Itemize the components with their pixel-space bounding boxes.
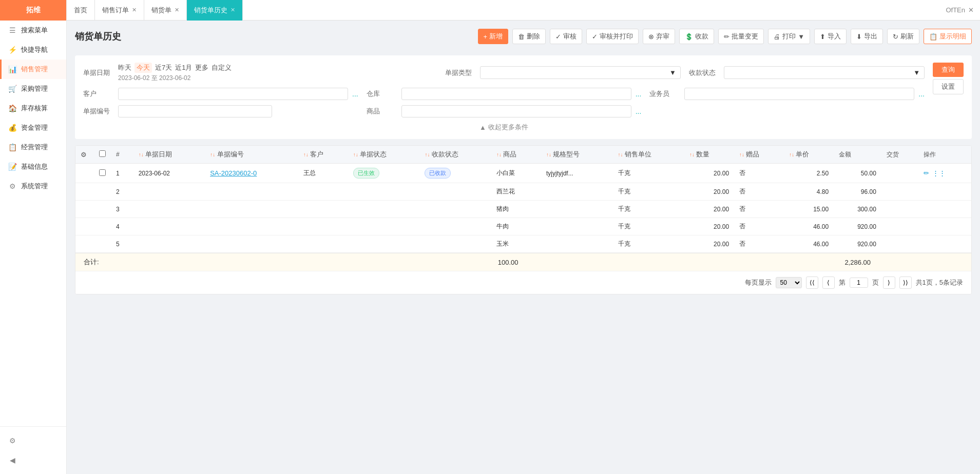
sidebar-item-basic-info[interactable]: 📝 基础信息 (0, 157, 66, 176)
sidebar-item-purchase-mgmt[interactable]: 🛒 采购管理 (0, 79, 66, 98)
collect-button[interactable]: 💲 收款 (679, 29, 714, 44)
row-transaction (881, 183, 918, 201)
edit-icon[interactable]: ✏ (924, 169, 929, 177)
col-goods[interactable]: ↑↓ 商品 (491, 146, 541, 164)
sidebar-item-collapse[interactable]: ◀ (0, 450, 66, 470)
goods-select-icon[interactable]: ... (636, 107, 642, 115)
tab-sales-order-close[interactable]: ✕ (132, 7, 137, 13)
topbar-close-icon[interactable]: ✕ (968, 6, 974, 14)
audit-button[interactable]: ✓ 审核 (550, 29, 582, 44)
col-spec[interactable]: ↑↓ 规格型号 (541, 146, 613, 164)
refresh-button[interactable]: ↻ 刷新 (887, 29, 919, 44)
action-icons: ✏ ⋮⋮ (924, 169, 966, 177)
page-input[interactable] (850, 278, 868, 288)
col-unit[interactable]: ↑↓ 销售单位 (613, 146, 685, 164)
customer-select-icon[interactable]: ... (352, 90, 358, 98)
row-doc-no (205, 218, 298, 235)
query-set-buttons: 查询 设置 (933, 63, 964, 132)
doc-type-select[interactable]: ▼ (480, 66, 681, 79)
print-button[interactable]: 🖨 打印 ▼ (768, 29, 810, 44)
select-all-checkbox[interactable] (99, 150, 106, 157)
customer-input[interactable] (118, 88, 348, 100)
tab-home[interactable]: 首页 (67, 0, 95, 21)
row-transaction (881, 201, 918, 218)
row-doc-status (348, 201, 420, 218)
date-shortcut-7days[interactable]: 近7天 (155, 63, 172, 72)
col-doc-no-label: 单据编号 (217, 150, 244, 158)
import-label: 导入 (828, 32, 841, 41)
query-button[interactable]: 查询 (933, 63, 964, 77)
doc-no-input[interactable] (118, 105, 272, 117)
tab-sales-goods[interactable]: 销货单 ✕ (144, 0, 187, 21)
table-header: ⚙ # ↑↓ 单据日期 ↑↓ 单据编号 (75, 146, 971, 164)
last-page-button[interactable]: ⟩⟩ (899, 276, 912, 289)
col-qty[interactable]: ↑↓ 数量 (684, 146, 734, 164)
pay-status-select[interactable]: ▼ (724, 66, 925, 79)
sidebar-item-settings[interactable]: ⚙ (0, 431, 66, 450)
collapse-button[interactable]: ▲ 收起更多条件 (83, 123, 925, 132)
delete-button[interactable]: 🗑 删除 (512, 29, 546, 44)
sidebar-item-inventory[interactable]: 🏠 库存核算 (0, 98, 66, 118)
delete-icon: 🗑 (518, 33, 525, 41)
more-icon[interactable]: ⋮⋮ (932, 169, 946, 177)
first-page-button[interactable]: ⟨⟨ (806, 276, 818, 289)
col-doc-no[interactable]: ↑↓ 单据编号 (205, 146, 298, 164)
row-gift: 否 (734, 201, 784, 218)
row-date (133, 183, 205, 201)
tab-sales-goods-close[interactable]: ✕ (175, 7, 179, 13)
sidebar-item-sys-mgmt[interactable]: ⚙ 系统管理 (0, 176, 66, 196)
warehouse-select-icon[interactable]: ... (636, 90, 642, 98)
row-spec: tyjyjtyjdf... (541, 164, 613, 183)
data-table: ⚙ # ↑↓ 单据日期 ↑↓ 单据编号 (75, 146, 971, 253)
col-price[interactable]: ↑↓ 单价 (784, 146, 834, 164)
sidebar-item-quick-nav[interactable]: ⚡ 快捷导航 (0, 40, 66, 60)
sales-mgmt-icon: 📊 (8, 65, 17, 74)
row-gift: 否 (734, 235, 784, 253)
sidebar-item-funds-mgmt[interactable]: 💰 资金管理 (0, 118, 66, 137)
date-shortcut-1month[interactable]: 近1月 (175, 63, 192, 72)
col-date[interactable]: ↑↓ 单据日期 (133, 146, 205, 164)
batch-change-button[interactable]: ✏ 批量变更 (718, 29, 764, 44)
abandon-button[interactable]: ⊗ 弃审 (643, 29, 675, 44)
col-gift[interactable]: ↑↓ 赠品 (734, 146, 784, 164)
salesperson-select-icon[interactable]: ... (918, 90, 925, 98)
doc-no-link[interactable]: SA-20230602-0 (210, 169, 257, 177)
filter-wrapper: 单据日期 昨天 今天 近7天 近1月 更多 自定义 2 (83, 63, 964, 132)
show-detail-button[interactable]: 📋 显示明细 (924, 29, 972, 44)
col-qty-label: 数量 (696, 150, 709, 158)
row-pay-status (419, 235, 491, 253)
date-shortcut-yesterday[interactable]: 昨天 (118, 63, 131, 72)
date-shortcut-custom[interactable]: 自定义 (212, 63, 232, 72)
row-select-checkbox[interactable] (99, 169, 106, 176)
col-pay-status[interactable]: ↑↓ 收款状态 (419, 146, 491, 164)
goods-input[interactable] (401, 105, 631, 117)
export-button[interactable]: ⬇ 导出 (851, 29, 883, 44)
set-button[interactable]: 设置 (933, 79, 964, 94)
sidebar-item-sales-mgmt[interactable]: 📊 销售管理 (0, 60, 66, 79)
next-page-button[interactable]: ⟩ (883, 276, 895, 289)
col-customer[interactable]: ↑↓ 客户 (298, 146, 348, 164)
tab-sales-history-close[interactable]: ✕ (230, 7, 235, 13)
col-doc-status[interactable]: ↑↓ 单据状态 (348, 146, 420, 164)
date-shortcut-more[interactable]: 更多 (195, 63, 208, 72)
table-body: 1 2023-06-02 SA-20230602-0 王总 已生效 已收款 小白… (75, 164, 971, 253)
sidebar-item-search-menu[interactable]: ☰ 搜索菜单 (0, 21, 66, 40)
col-price-label: 单价 (796, 150, 809, 158)
page-size-select[interactable]: 50 20 100 (776, 277, 802, 288)
tab-sales-order[interactable]: 销售订单 ✕ (95, 0, 144, 21)
tab-sales-history[interactable]: 销货单历史 ✕ (187, 0, 243, 21)
col-gift-label: 赠品 (746, 150, 759, 158)
date-shortcut-today[interactable]: 今天 (134, 63, 152, 73)
import-button[interactable]: ⬆ 导入 (814, 29, 847, 44)
audit-print-button[interactable]: ✓ 审核并打印 (586, 29, 639, 44)
sort-icon: ↑↓ (789, 152, 794, 157)
print-icon: 🖨 (774, 33, 780, 41)
salesperson-input[interactable] (684, 88, 914, 100)
sidebar-item-ops-mgmt[interactable]: 📋 经营管理 (0, 137, 66, 157)
prev-page-button[interactable]: ⟨ (822, 276, 835, 289)
row-gift: 否 (734, 183, 784, 201)
warehouse-input[interactable] (401, 88, 631, 100)
col-gear[interactable]: ⚙ (75, 146, 94, 164)
row-doc-status (348, 218, 420, 235)
new-button[interactable]: + 新增 (478, 29, 509, 44)
